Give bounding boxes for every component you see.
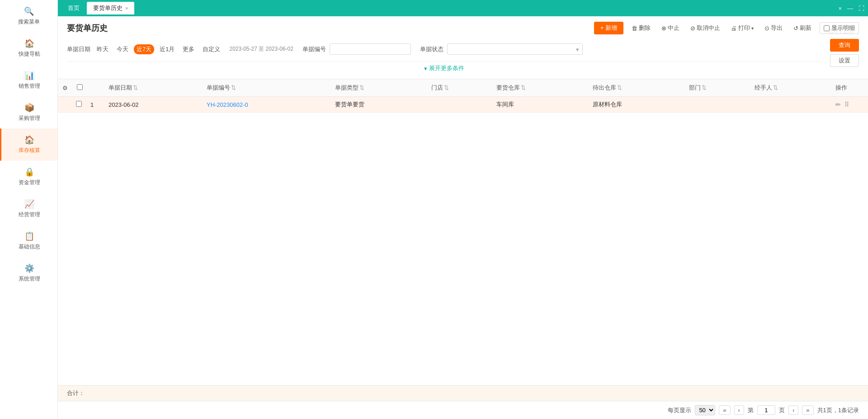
tab-bar: 首页 要货单历史 × × — ⛶ (58, 0, 868, 16)
sort-ordertype-icon: ⇅ (359, 84, 364, 91)
col-pending-warehouse[interactable]: 待出仓库⇅ (589, 79, 685, 97)
sidebar-item-sales-mgmt[interactable]: 📊 销售管理 (0, 64, 57, 96)
order-no-input[interactable] (330, 43, 411, 55)
date-options: 昨天 今天 近7天 近1月 更多 自定义 (94, 44, 223, 54)
sort-reqwh-icon: ⇅ (521, 84, 526, 91)
table-container: ⚙ 单据日期⇅ 单据编号⇅ 单据类型⇅ 门店⇅ 要货仓库⇅ 待出仓库⇅ 部门⇅ … (58, 79, 868, 385)
page-number-input[interactable] (757, 405, 775, 415)
col-req-warehouse[interactable]: 要货仓库⇅ (493, 79, 589, 97)
cancel-suspend-icon: ⊘ (690, 25, 695, 32)
expand-icon: ▾ (424, 65, 427, 72)
last-page-btn[interactable]: » (802, 405, 813, 415)
gear-icon: ⚙️ (24, 263, 34, 273)
cell-handler (751, 97, 832, 113)
lock-icon: 🔒 (24, 167, 34, 177)
sidebar-item-inventory[interactable]: 🏠 库存核算 (0, 129, 57, 161)
home-icon: 🏠 (24, 38, 34, 48)
query-button[interactable]: 查询 (830, 39, 859, 52)
col-action: 操作 (832, 79, 868, 97)
col-order-type[interactable]: 单据类型⇅ (331, 79, 428, 97)
tab-requisition-history-label: 要货单历史 (93, 4, 123, 12)
page-title: 要货单历史 (67, 23, 108, 33)
sidebar-item-sys-mgmt[interactable]: ⚙️ 系统管理 (0, 257, 57, 289)
edit-action-icon[interactable]: ✏ (835, 101, 841, 108)
sidebar-item-ops-mgmt[interactable]: 📈 经营管理 (0, 193, 57, 225)
cell-settings (58, 97, 72, 113)
sidebar-item-basic-info[interactable]: 📋 基础信息 (0, 225, 57, 257)
col-handler[interactable]: 经手人⇅ (751, 79, 832, 97)
print-dropdown-icon: ▾ (751, 26, 754, 31)
status-select[interactable] (447, 43, 583, 55)
delete-button-label: 删除 (639, 24, 651, 32)
export-button-label: 导出 (771, 24, 783, 32)
new-button[interactable]: + 新增 (594, 22, 623, 34)
sort-store-icon: ⇅ (444, 84, 449, 91)
sort-orderno-icon: ⇅ (231, 84, 236, 91)
col-settings[interactable]: ⚙ (58, 79, 72, 97)
col-date[interactable]: 单据日期⇅ (105, 79, 203, 97)
sidebar-item-quick-nav[interactable]: 🏠 快捷导航 (0, 32, 57, 64)
sort-dept-icon: ⇅ (702, 84, 707, 91)
first-page-btn[interactable]: « (719, 405, 730, 415)
sidebar-item-search-menu[interactable]: 🔍 搜索菜单 (0, 0, 57, 32)
table-header-row: ⚙ 单据日期⇅ 单据编号⇅ 单据类型⇅ 门店⇅ 要货仓库⇅ 待出仓库⇅ 部门⇅ … (58, 79, 868, 97)
summary-label: 合计： (67, 390, 85, 396)
suspend-button[interactable]: ⊗ 中止 (659, 22, 682, 34)
page-suffix: 页 (779, 406, 785, 414)
cell-req-warehouse: 车间库 (493, 97, 589, 113)
select-all-checkbox[interactable] (77, 84, 83, 90)
cancel-suspend-button[interactable]: ⊘ 取消中止 (688, 22, 723, 34)
order-no-link[interactable]: YH-20230602-0 (207, 101, 248, 108)
date-option-custom[interactable]: 自定义 (200, 44, 223, 54)
export-button[interactable]: ⊙ 导出 (762, 22, 785, 34)
expand-more-button[interactable]: ▾ 展开更多条件 (67, 61, 821, 75)
delete-icon: 🗑 (632, 25, 637, 32)
page-size-select[interactable]: 50 (695, 405, 715, 415)
tab-requisition-history[interactable]: 要货单历史 × (87, 2, 134, 14)
search-icon: 🔍 (24, 6, 34, 16)
more-action-icon[interactable]: ⠿ (844, 101, 849, 108)
date-filter-group: 单据日期 昨天 今天 近7天 近1月 更多 自定义 2023-05-27 至 2… (67, 44, 293, 54)
prev-page-btn[interactable]: ‹ (734, 405, 744, 415)
expand-more-label: 展开更多条件 (429, 64, 464, 72)
page-header: 要货单历史 + 新增 🗑 删除 ⊗ 中止 ⊘ 取消中止 (58, 16, 868, 79)
print-button-label: 打印 (738, 24, 750, 32)
sidebar-item-label: 系统管理 (19, 275, 40, 283)
tab-close-icon[interactable]: × (125, 5, 128, 11)
sidebar-item-label: 经营管理 (19, 211, 40, 219)
row-checkbox[interactable] (76, 101, 82, 107)
page-label: 第 (748, 406, 754, 414)
window-close-btn[interactable]: × (838, 5, 842, 12)
per-page-label: 每页显示 (668, 406, 691, 414)
print-button[interactable]: 🖨 打印 ▾ (728, 22, 756, 34)
date-option-yesterday[interactable]: 昨天 (94, 44, 111, 54)
filter-row: 单据日期 昨天 今天 近7天 近1月 更多 自定义 2023-05-27 至 2… (67, 39, 821, 58)
cancel-suspend-button-label: 取消中止 (697, 24, 720, 32)
cell-pending-warehouse: 原材料仓库 (589, 97, 685, 113)
col-order-no[interactable]: 单据编号⇅ (203, 79, 331, 97)
status-label: 单据状态 (420, 45, 443, 53)
refresh-button-label: 刷新 (800, 24, 811, 32)
settings-button[interactable]: 设置 (830, 54, 859, 67)
col-rownum (87, 79, 105, 97)
tab-home[interactable]: 首页 (61, 2, 86, 14)
next-page-btn[interactable]: › (788, 405, 798, 415)
date-option-today[interactable]: 今天 (114, 44, 131, 54)
delete-button[interactable]: 🗑 删除 (629, 22, 653, 34)
sidebar-item-finance-mgmt[interactable]: 🔒 资金管理 (0, 161, 57, 193)
refresh-icon: ↺ (793, 25, 798, 32)
date-option-1month[interactable]: 近1月 (157, 44, 177, 54)
date-option-more[interactable]: 更多 (180, 44, 197, 54)
col-checkbox (72, 79, 87, 97)
table-body: 1 2023-06-02 YH-20230602-0 要货单要货 车间库 原材料… (58, 97, 868, 113)
cell-checkbox (72, 97, 87, 113)
refresh-button[interactable]: ↺ 刷新 (791, 22, 814, 34)
date-option-7days[interactable]: 近7天 (134, 44, 154, 54)
window-minimize-btn[interactable]: — (847, 5, 853, 12)
col-store[interactable]: 门店⇅ (428, 79, 493, 97)
col-dept[interactable]: 部门⇅ (685, 79, 751, 97)
sidebar-item-purchase-mgmt[interactable]: 📦 采购管理 (0, 96, 57, 129)
tab-bar-controls: × — ⛶ (838, 5, 864, 12)
window-maximize-btn[interactable]: ⛶ (859, 5, 864, 12)
table-footer: 合计： (58, 385, 868, 401)
